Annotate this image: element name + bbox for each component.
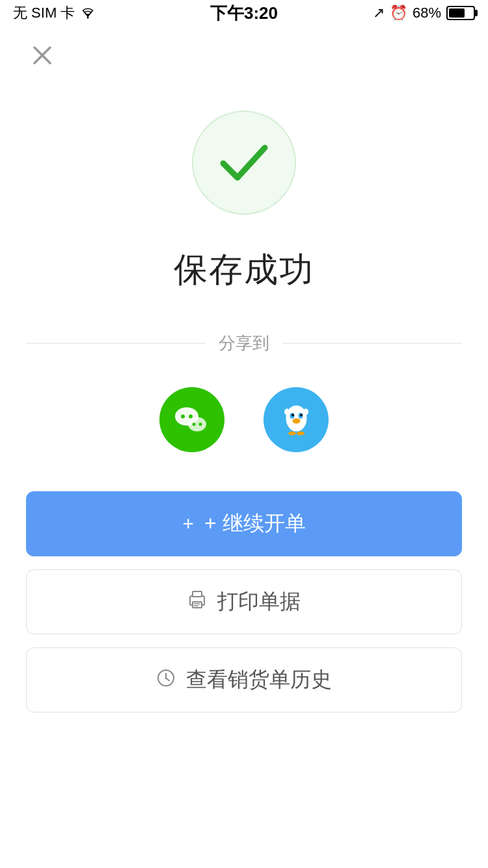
alarm-icon: ⏰ (390, 5, 407, 21)
no-sim-label: 无 SIM 卡 (13, 3, 75, 23)
wifi-icon (80, 7, 96, 19)
printer-icon (187, 591, 207, 614)
continue-button[interactable]: + + 继续开单 (26, 491, 462, 556)
status-bar: 无 SIM 卡 下午3:20 ↗ ⏰ 68% (0, 0, 488, 26)
clock-icon (156, 668, 176, 692)
status-right: ↗ ⏰ 68% (373, 5, 475, 21)
svg-point-16 (303, 409, 308, 415)
checkmark-icon (218, 140, 270, 185)
svg-point-5 (189, 414, 193, 418)
svg-point-6 (188, 417, 206, 431)
svg-line-26 (166, 678, 169, 681)
divider-left (26, 343, 206, 344)
main-content: 保存成功 分享到 (0, 26, 488, 752)
close-button[interactable] (26, 39, 59, 72)
svg-point-4 (181, 414, 185, 418)
svg-point-0 (87, 17, 89, 19)
svg-point-13 (300, 414, 303, 416)
battery-icon (446, 6, 475, 20)
svg-point-15 (284, 409, 290, 415)
wechat-icon (172, 402, 211, 438)
status-left: 无 SIM 卡 (13, 3, 96, 23)
svg-point-18 (297, 431, 305, 435)
share-section: 分享到 (26, 332, 462, 452)
divider-right (282, 343, 462, 344)
svg-rect-20 (193, 591, 202, 597)
svg-point-14 (292, 418, 300, 424)
print-button[interactable]: 打印单据 (26, 569, 462, 634)
share-icons-container (26, 387, 462, 452)
svg-point-11 (291, 414, 294, 416)
action-buttons: + + 继续开单 打印单据 (26, 491, 462, 712)
location-icon: ↗ (373, 5, 385, 21)
print-label: 打印单据 (217, 588, 301, 616)
svg-point-17 (288, 431, 296, 435)
continue-label: + 继续开单 (204, 509, 306, 538)
wechat-share-button[interactable] (159, 387, 224, 452)
history-button[interactable]: 查看销货单历史 (26, 647, 462, 712)
svg-rect-21 (193, 602, 202, 608)
status-time: 下午3:20 (210, 2, 278, 25)
success-icon-circle (192, 111, 296, 215)
history-label: 查看销货单历史 (186, 666, 332, 694)
svg-point-7 (193, 422, 196, 426)
battery-percent: 68% (413, 5, 441, 21)
qq-icon (278, 400, 314, 439)
success-title: 保存成功 (174, 247, 314, 293)
share-label: 分享到 (219, 332, 269, 355)
qq-share-button[interactable] (264, 387, 329, 452)
plus-icon: + (182, 513, 194, 535)
share-divider: 分享到 (26, 332, 462, 355)
svg-point-8 (199, 422, 202, 426)
